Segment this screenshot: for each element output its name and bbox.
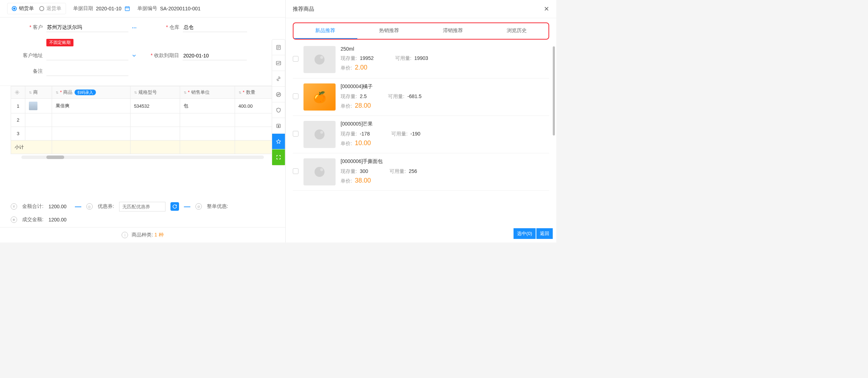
col-qty[interactable]: ⇅*数量	[235, 86, 274, 99]
price-value: 28.00	[355, 102, 371, 109]
col-product[interactable]: ⇅*商品扫码录入	[52, 86, 130, 99]
list-item[interactable]: [0000006]手撕面包 现存量:300 可用量:256 单价:38.00	[293, 153, 549, 191]
selected-button[interactable]: 选中(0)	[514, 228, 536, 239]
customer-input[interactable]	[46, 23, 128, 32]
warehouse-label: *仓库	[147, 24, 179, 31]
custaddr-label: 客户地址	[11, 52, 43, 59]
chevron-down-icon[interactable]	[132, 53, 136, 58]
checkbox[interactable]	[293, 131, 298, 137]
stock-label: 现存量:	[341, 131, 357, 137]
cell-unit[interactable]: 包	[180, 99, 235, 113]
list-item[interactable]: 250ml 现存量:19952 可用量:19903 单价:2.00	[293, 41, 549, 78]
warehouse-input[interactable]	[183, 23, 247, 32]
list-item[interactable]: [0000005]芒果 现存量:-178 可用量:-190 单价:10.00	[293, 116, 549, 153]
tool-money-icon[interactable]	[272, 118, 285, 134]
remark-input[interactable]	[46, 67, 128, 76]
tab-history[interactable]: 浏览历史	[485, 23, 548, 39]
tool-link-icon[interactable]	[272, 71, 285, 87]
doc-no-field: 单据编号 SA-20200110-001	[137, 5, 201, 12]
product-name: [0000004]橘子	[341, 83, 549, 90]
product-name: 250ml	[341, 46, 549, 52]
product-image	[303, 158, 336, 185]
radio-sales-label: 销货单	[19, 5, 34, 12]
tool-swap-icon[interactable]	[272, 87, 285, 102]
col-unit[interactable]: ⇅*销售单位	[180, 86, 235, 99]
avail-label: 可用量:	[388, 93, 404, 99]
panel-title: 推荐商品	[293, 6, 314, 12]
radio-return[interactable]: 退货单	[39, 5, 61, 12]
scan-button[interactable]: 扫码录入	[75, 90, 96, 95]
close-icon[interactable]: ✕	[544, 5, 549, 13]
vscrollbar[interactable]	[553, 46, 555, 136]
stock-label: 现存量:	[341, 93, 357, 99]
radio-return-label: 退货单	[46, 5, 61, 12]
tab-new[interactable]: 新品推荐	[293, 23, 357, 39]
cell-product[interactable]: 果倍爽	[52, 99, 130, 113]
tool-expand-icon[interactable]	[272, 149, 285, 165]
col-img[interactable]: ⇅商	[25, 86, 52, 99]
avail-label: 可用量:	[395, 55, 412, 61]
tab-slow[interactable]: 滞销推荐	[421, 23, 485, 39]
cell-spec[interactable]: 534532	[130, 99, 180, 113]
custaddr-input[interactable]	[46, 51, 128, 60]
checkbox[interactable]	[293, 168, 298, 174]
coupon-icon: ◎	[86, 203, 93, 210]
cell-qty[interactable]: 400.00	[235, 99, 274, 113]
price-label: 单价:	[341, 141, 352, 146]
doc-date-field: 单据日期 2020-01-10	[73, 5, 130, 12]
hscrollbar[interactable]	[21, 155, 264, 159]
recommend-list: 250ml 现存量:19952 可用量:19903 单价:2.00 🍊 [000…	[286, 40, 556, 242]
calendar-icon[interactable]	[124, 6, 130, 11]
duedate-field: *收款到期日	[147, 50, 247, 61]
subtotal-row: 小计	[11, 141, 275, 154]
checkbox[interactable]	[293, 93, 298, 99]
tool-star-icon[interactable]	[272, 134, 285, 149]
minus-icon: —	[184, 203, 190, 210]
svg-point-1	[16, 92, 18, 93]
price-value: 38.00	[355, 177, 371, 184]
back-button[interactable]: 返回	[536, 228, 553, 239]
footer-bar: i 商品种类: 1 种	[0, 227, 285, 243]
svg-point-6	[315, 55, 325, 65]
table-row[interactable]: 3	[11, 127, 275, 141]
svg-point-4	[276, 92, 281, 97]
svg-point-11	[320, 168, 323, 171]
customer-field: *客户 ⋯	[11, 22, 137, 33]
col-spec[interactable]: ⇅规格型号	[130, 86, 180, 99]
checkbox[interactable]	[293, 56, 298, 62]
radio-icon	[12, 6, 17, 11]
refresh-button[interactable]	[170, 202, 179, 211]
price-label: 单价:	[341, 65, 352, 71]
coupon-input[interactable]	[119, 202, 165, 211]
table-row[interactable]: 2	[11, 113, 275, 127]
radio-sales[interactable]: 销货单	[12, 5, 34, 12]
price-label: 单价:	[341, 103, 352, 109]
product-image	[303, 121, 336, 148]
kinds-value: 1 种	[154, 232, 164, 237]
duedate-input[interactable]	[183, 51, 247, 60]
price-value: 2.00	[355, 64, 367, 71]
doc-type-group: 销货单 退货单	[7, 3, 66, 14]
discount-label: 整单优惠:	[207, 203, 228, 210]
avail-value: -190	[410, 131, 420, 137]
stock-label: 现存量:	[341, 55, 357, 61]
stock-label: 现存量:	[341, 168, 357, 174]
tab-hot[interactable]: 热销推荐	[357, 23, 421, 39]
list-item[interactable]: 🍊 [0000004]橘子 现存量:2.5 可用量:-681.5 单价:28.0…	[293, 78, 549, 116]
col-settings[interactable]	[11, 86, 25, 99]
radio-icon	[39, 6, 44, 11]
final-icon: ◈	[11, 216, 17, 223]
side-toolbar	[272, 39, 285, 165]
tool-doc-icon[interactable]	[272, 40, 285, 55]
tool-chart-icon[interactable]	[272, 55, 285, 71]
product-thumb	[25, 99, 52, 113]
info-icon: i	[122, 232, 128, 238]
tool-shield-icon[interactable]	[272, 102, 285, 118]
doc-date-value[interactable]: 2020-01-10	[96, 6, 122, 11]
svg-point-8	[315, 129, 325, 139]
table-row[interactable]: 1 果倍爽 534532 包 400.00	[11, 99, 275, 113]
remark-field: 备注	[11, 66, 128, 77]
avail-label: 可用量:	[391, 131, 408, 137]
svg-point-7	[320, 56, 323, 59]
more-icon[interactable]: ⋯	[132, 25, 137, 30]
